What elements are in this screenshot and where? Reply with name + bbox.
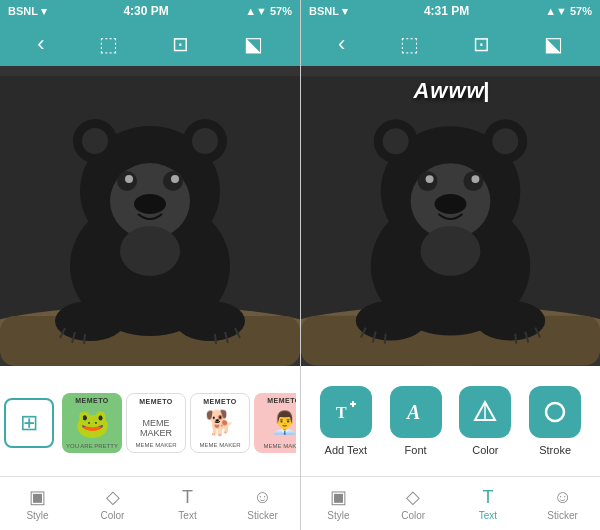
- sticker-thumb-3[interactable]: MEMETO 🐕 MEME MAKER: [190, 393, 250, 453]
- text-icon-left: T: [182, 487, 193, 508]
- tab-text-left[interactable]: T Text: [163, 487, 213, 521]
- svg-point-12: [125, 175, 133, 183]
- wifi-right: ▾: [342, 5, 348, 18]
- battery-left: 57%: [270, 5, 292, 17]
- svg-point-15: [55, 301, 125, 341]
- color-icon-right: ◇: [406, 486, 420, 508]
- battery-right: 57%: [570, 5, 592, 17]
- overlay-text: Awww: [413, 78, 484, 103]
- svg-point-36: [426, 175, 434, 183]
- svg-text:T: T: [336, 404, 347, 421]
- tab-bar-left: ▣ Style ◇ Color T Text ☺ Sticker: [0, 476, 300, 530]
- svg-line-22: [215, 334, 216, 344]
- text-icon-right: T: [482, 487, 493, 508]
- image-area-right: Awww: [301, 66, 600, 366]
- svg-line-43: [385, 334, 386, 344]
- svg-point-8: [192, 128, 218, 154]
- back-button-right[interactable]: ‹: [338, 31, 345, 57]
- bear-illustration-right: [301, 66, 600, 366]
- svg-point-40: [475, 301, 545, 341]
- back-button-left[interactable]: ‹: [37, 31, 44, 57]
- font-tool[interactable]: A Font: [390, 386, 442, 456]
- tools-section: T Add Text A Font: [301, 366, 600, 476]
- add-text-icon: T: [320, 386, 372, 438]
- bear-container-left: [0, 66, 300, 366]
- text-overlay[interactable]: Awww: [413, 78, 487, 104]
- tab-text-right[interactable]: T Text: [463, 487, 513, 521]
- add-text-label: Add Text: [325, 444, 368, 456]
- image-area-left: [0, 66, 300, 366]
- gallery-icon-right[interactable]: ⬚: [400, 32, 419, 56]
- tab-sticker-right[interactable]: ☺ Sticker: [538, 487, 588, 521]
- nav-bar-left: ‹ ⬚ ⊡ ⬕: [0, 22, 300, 66]
- tab-style-left[interactable]: ▣ Style: [13, 486, 63, 521]
- signal-right: ▲▼: [545, 5, 567, 17]
- status-left: BSNL ▾: [8, 5, 47, 18]
- font-icon: A: [390, 386, 442, 438]
- gallery-icon-left[interactable]: ⬚: [99, 32, 118, 56]
- color-label-left: Color: [101, 510, 125, 521]
- tab-sticker-left[interactable]: ☺ Sticker: [238, 487, 288, 521]
- sticker-label-right: Sticker: [547, 510, 578, 521]
- share-icon-left[interactable]: ⬕: [244, 32, 263, 56]
- sticker-thumbnails: MEMETO 🐸 YOU ARE PRETTY MEMETO MEMEMAKER…: [62, 393, 296, 453]
- stroke-icon: [529, 386, 581, 438]
- carrier-right: BSNL: [309, 5, 339, 17]
- svg-point-47: [421, 226, 481, 276]
- status-right-right: ▲▼ 57%: [545, 5, 592, 17]
- color-label-right: Color: [401, 510, 425, 521]
- style-label-right: Style: [327, 510, 349, 521]
- stroke-label: Stroke: [539, 444, 571, 456]
- svg-point-13: [171, 175, 179, 183]
- style-icon-right: ▣: [330, 486, 347, 508]
- crop-icon-right[interactable]: ⊡: [473, 32, 490, 56]
- bear-container-right: [301, 66, 600, 366]
- svg-text:A: A: [405, 401, 420, 423]
- sticker-icon-left: ☺: [253, 487, 271, 508]
- signal-left: ▲▼: [245, 5, 267, 17]
- font-label: Font: [405, 444, 427, 456]
- style-icon-left: ▣: [29, 486, 46, 508]
- crop-icon-left[interactable]: ⊡: [172, 32, 189, 56]
- nav-bar-right: ‹ ⬚ ⊡ ⬕: [301, 22, 600, 66]
- svg-point-32: [492, 128, 518, 154]
- tab-bar-right: ▣ Style ◇ Color T Text ☺ Sticker: [301, 476, 600, 530]
- svg-point-6: [82, 128, 108, 154]
- style-label-left: Style: [26, 510, 48, 521]
- text-label-right: Text: [479, 510, 497, 521]
- svg-point-14: [134, 194, 166, 214]
- status-bar-left: BSNL ▾ 4:30 PM ▲▼ 57%: [0, 0, 300, 22]
- sticker-icon-right: ☺: [553, 487, 571, 508]
- share-icon-right[interactable]: ⬕: [544, 32, 563, 56]
- tab-color-right[interactable]: ◇ Color: [388, 486, 438, 521]
- bear-illustration-left: [0, 66, 300, 366]
- tab-color-left[interactable]: ◇ Color: [88, 486, 138, 521]
- right-panel: BSNL ▾ 4:31 PM ▲▼ 57% ‹ ⬚ ⊡ ⬕: [300, 0, 600, 530]
- sticker-thumb-4[interactable]: MEMETO 👨‍💼 MEME MAKER: [254, 393, 296, 453]
- status-left-right: BSNL ▾: [309, 5, 348, 18]
- text-label-left: Text: [178, 510, 196, 521]
- tab-style-right[interactable]: ▣ Style: [313, 486, 363, 521]
- svg-point-38: [435, 194, 467, 214]
- svg-point-23: [120, 226, 180, 276]
- status-bar-right: BSNL ▾ 4:31 PM ▲▼ 57%: [301, 0, 600, 22]
- color-icon-left: ◇: [106, 486, 120, 508]
- color-icon: [459, 386, 511, 438]
- sticker-grid-button[interactable]: ⊞: [4, 398, 54, 448]
- time-left: 4:30 PM: [123, 4, 168, 18]
- grid-icon: ⊞: [20, 410, 38, 436]
- carrier-left: BSNL: [8, 5, 38, 17]
- sticker-thumb-1[interactable]: MEMETO 🐸 YOU ARE PRETTY: [62, 393, 122, 453]
- svg-line-19: [84, 334, 85, 344]
- svg-point-37: [471, 175, 479, 183]
- svg-point-39: [356, 301, 426, 341]
- svg-line-46: [515, 334, 516, 344]
- sticker-thumb-2[interactable]: MEMETO MEMEMAKER MEME MAKER: [126, 393, 186, 453]
- left-panel: BSNL ▾ 4:30 PM ▲▼ 57% ‹ ⬚ ⊡ ⬕: [0, 0, 300, 530]
- svg-point-16: [175, 301, 245, 341]
- stroke-tool[interactable]: Stroke: [529, 386, 581, 456]
- sticker-section: ⊞ MEMETO 🐸 YOU ARE PRETTY MEMETO MEMEMAK…: [0, 366, 300, 476]
- add-text-tool[interactable]: T Add Text: [320, 386, 372, 456]
- color-tool[interactable]: Color: [459, 386, 511, 456]
- time-right: 4:31 PM: [424, 4, 469, 18]
